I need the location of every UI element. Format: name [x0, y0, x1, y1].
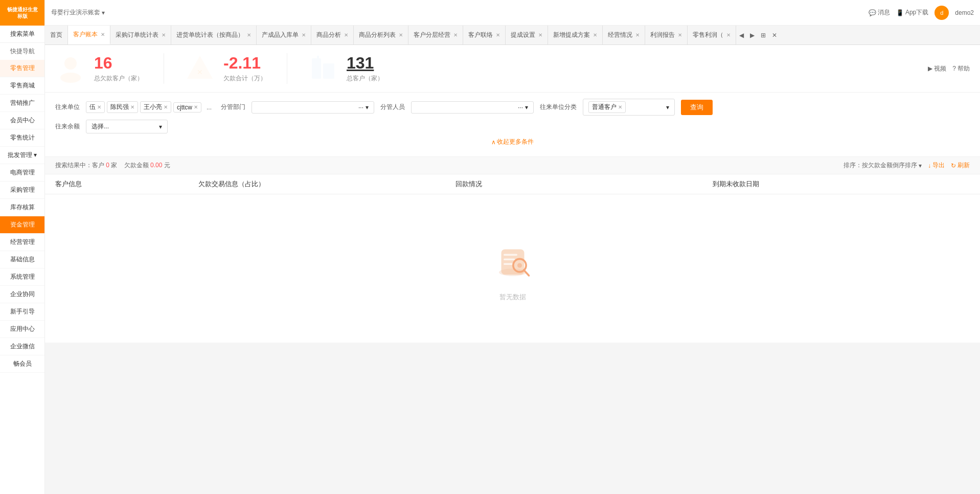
tag-remove-icon[interactable]: ✕ — [618, 104, 622, 110]
topbar-right: 💬 消息 📱 App下载 d demo2 — [869, 6, 974, 20]
tab-customer-contact[interactable]: 客户联络 ✕ — [463, 26, 506, 44]
close-icon[interactable]: ✕ — [496, 32, 500, 38]
unit-tag-more[interactable]: ... — [203, 103, 215, 112]
svg-point-14 — [517, 263, 522, 268]
balance-placeholder: 选择... — [92, 122, 109, 131]
help-btn[interactable]: ? 帮助 — [952, 64, 970, 73]
customer-unit: 家 — [111, 162, 117, 169]
sidebar-item-label: 营销推广 — [10, 99, 35, 106]
sidebar-item-label: 采购管理 — [10, 186, 35, 193]
tab-close-all[interactable]: ✕ — [769, 26, 780, 44]
table-header-due-date: 到期未收款日期 — [713, 179, 970, 189]
tab-purchase-order[interactable]: 采购订单统计表 ✕ — [110, 26, 171, 44]
close-icon[interactable]: ✕ — [635, 32, 640, 38]
tab-home[interactable]: 首页 — [45, 26, 68, 44]
collapse-btn[interactable]: ∧ 收起更多条件 — [491, 138, 534, 146]
sidebar-item-vip-member[interactable]: 畅会员 — [0, 355, 44, 373]
refresh-btn[interactable]: ↻ 刷新 — [951, 161, 970, 170]
tag-remove-icon[interactable]: ✕ — [164, 104, 168, 110]
person-label: 分管人员 — [380, 103, 405, 111]
unit-tag-wang[interactable]: 王小亮 ✕ — [140, 101, 171, 113]
svg-rect-9 — [504, 254, 517, 256]
sidebar-item-label: 企业协同 — [10, 290, 35, 298]
sidebar-item-member-center[interactable]: 会员中心 — [0, 112, 44, 129]
tab-production-inbound[interactable]: 产成品入库单 ✕ — [257, 26, 311, 44]
total-customers-value: 131 — [347, 54, 383, 72]
tab-new-raise-plan[interactable]: 新增提成方案 ✕ — [548, 26, 603, 44]
query-button[interactable]: 查询 — [681, 100, 713, 115]
sidebar-item-retail-mall[interactable]: 零售商城 — [0, 77, 44, 95]
close-icon[interactable]: ✕ — [678, 32, 682, 38]
sidebar-item-wholesale-mgmt[interactable]: 批发管理 ▾ — [0, 147, 44, 164]
person-selector[interactable]: ··· ▾ — [411, 101, 534, 114]
filter-row-2: 往来余额 选择... ▾ — [55, 120, 970, 133]
close-icon[interactable]: ✕ — [162, 32, 166, 38]
tab-product-analysis[interactable]: 商品分析 ✕ — [311, 26, 354, 44]
tab-raise-settings[interactable]: 提成设置 ✕ — [506, 26, 548, 44]
avatar[interactable]: d — [935, 6, 949, 20]
quick-nav[interactable]: 快捷导航 — [0, 43, 44, 60]
sidebar-item-label: 系统管理 — [10, 273, 35, 280]
tag-remove-icon[interactable]: ✕ — [97, 104, 101, 110]
sidebar-item-operations-mgmt[interactable]: 经营管理 — [0, 234, 44, 251]
username[interactable]: demo2 — [955, 9, 974, 16]
close-icon[interactable]: ✕ — [247, 32, 251, 38]
tab-profit-report[interactable]: 利润报告 ✕ — [645, 26, 688, 44]
dept-selector[interactable]: ··· ▾ — [252, 101, 374, 114]
sidebar-item-ecommerce[interactable]: 电商管理 — [0, 164, 44, 182]
credit-amount-value: -2.11 — [223, 54, 266, 72]
tag-text: 陈民强 — [110, 103, 129, 111]
unit-class-selector[interactable]: 普通客户 ✕ ▾ — [583, 99, 675, 116]
sidebar-search[interactable]: 搜索菜单 — [0, 26, 44, 43]
sidebar-item-marketing[interactable]: 营销推广 — [0, 95, 44, 112]
sidebar-item-new-guide[interactable]: 新手引导 — [0, 303, 44, 321]
unit-tag-chen[interactable]: 陈民强 ✕ — [107, 101, 138, 113]
sidebar-item-label: 零售商城 — [10, 82, 35, 89]
sidebar-item-retail-stats[interactable]: 零售统计 — [0, 129, 44, 147]
stat-credit-amount: ✕ -2.11 欠款合计（万） — [164, 53, 287, 84]
tab-expand[interactable]: ⊞ — [758, 26, 769, 44]
video-btn[interactable]: ▶ 视频 — [928, 64, 946, 73]
tab-accounts[interactable]: 客户账本 ✕ — [68, 26, 110, 44]
message-btn[interactable]: 💬 消息 — [869, 8, 890, 17]
close-icon[interactable]: ✕ — [453, 32, 458, 38]
tag-remove-icon[interactable]: ✕ — [130, 104, 134, 110]
sidebar-item-enterprise-collab[interactable]: 企业协同 — [0, 286, 44, 303]
close-icon[interactable]: ✕ — [344, 32, 348, 38]
tag-remove-icon[interactable]: ✕ — [194, 104, 198, 110]
unit-class-tag-normal[interactable]: 普通客户 ✕ — [588, 101, 626, 113]
sidebar-item-system-mgmt[interactable]: 系统管理 — [0, 268, 44, 286]
sort-selector[interactable]: 排序：按欠款金额倒序排序 ▾ — [844, 161, 922, 170]
sidebar-item-capital-mgmt[interactable]: 资金管理 — [0, 216, 44, 234]
unit-tag-wu[interactable]: 伍 ✕ — [86, 101, 105, 113]
tab-customer-segmentation[interactable]: 客户分层经营 ✕ — [408, 26, 463, 44]
sidebar-item-retail-mgmt[interactable]: 零售管理 — [0, 60, 44, 77]
table-header-customer-info: 客户信息 — [55, 179, 198, 189]
export-btn[interactable]: ↓ 导出 — [928, 161, 945, 170]
unit-tag-cjttcw[interactable]: cjttcw ✕ — [173, 102, 201, 113]
app-download-btn[interactable]: 📱 App下载 — [896, 8, 928, 17]
tab-scroll-left[interactable]: ◀ — [736, 26, 747, 44]
sidebar-item-purchase-mgmt[interactable]: 采购管理 — [0, 182, 44, 199]
app-logo: 畅捷通好生意标版 — [0, 0, 44, 26]
close-icon[interactable]: ✕ — [302, 32, 306, 38]
balance-selector[interactable]: 选择... ▾ — [86, 120, 168, 133]
sidebar-item-enterprise-wechat[interactable]: 企业微信 — [0, 338, 44, 355]
tab-business-situation[interactable]: 经营情况 ✕ — [603, 26, 645, 44]
tab-label: 经营情况 — [608, 31, 632, 39]
account-selector[interactable]: 母婴行业演示账套 ▾ — [51, 8, 105, 17]
close-icon[interactable]: ✕ — [726, 32, 731, 38]
close-icon[interactable]: ✕ — [399, 32, 403, 38]
sidebar-item-basic-info[interactable]: 基础信息 — [0, 251, 44, 268]
close-icon[interactable]: ✕ — [101, 32, 105, 37]
sidebar-item-inventory[interactable]: 库存核算 — [0, 199, 44, 216]
tab-retail-profit[interactable]: 零售利润（ ✕ — [688, 26, 736, 44]
sidebar-item-label: 库存核算 — [10, 204, 35, 211]
close-icon[interactable]: ✕ — [593, 32, 597, 38]
sidebar-item-app-center[interactable]: 应用中心 — [0, 321, 44, 338]
unit-tags: 伍 ✕ 陈民强 ✕ 王小亮 ✕ cjttcw ✕ — [86, 101, 215, 113]
tab-product-analysis-list[interactable]: 商品分析列表 ✕ — [354, 26, 408, 44]
tab-inbound-stats[interactable]: 进货单统计表（按商品） ✕ — [171, 26, 257, 44]
close-icon[interactable]: ✕ — [538, 32, 542, 38]
tab-scroll-right[interactable]: ▶ — [747, 26, 758, 44]
